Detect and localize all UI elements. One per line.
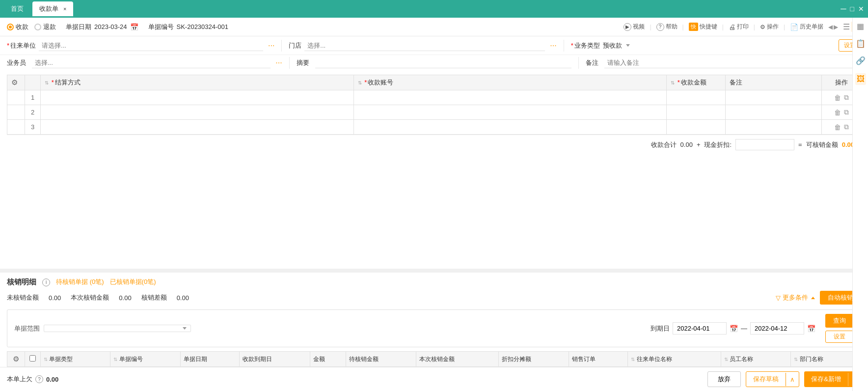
main-area: 收款 退款 单据日期 2023-03-24 📅 单据编号 SK-20230324… xyxy=(0,18,868,391)
section-divider xyxy=(0,269,868,273)
form-row-1: 往来单位 ··· 门店 ··· 业务类型 预收款 设置 xyxy=(0,36,868,55)
cal-start-icon[interactable]: 📅 xyxy=(730,325,738,333)
close-icon[interactable]: ✕ xyxy=(858,5,864,13)
search-row: 单据范围 到期日 📅 — 📅 查询 设置 xyxy=(7,309,861,347)
receive-table: ⚙ ⇅ 结算方式 ⇅ 收款账号 ⇅ 收款金额 xyxy=(7,75,861,135)
store-input[interactable] xyxy=(304,40,545,51)
table-gear-icon[interactable]: ⚙ xyxy=(11,78,18,86)
td-settle-1[interactable] xyxy=(41,90,354,105)
remark-input[interactable] xyxy=(604,57,861,68)
delete-icon-1[interactable]: 🗑 xyxy=(834,94,841,102)
range-field: 单据范围 xyxy=(14,324,641,333)
minimize-icon[interactable]: ─ xyxy=(841,4,846,13)
delete-icon-3[interactable]: 🗑 xyxy=(834,123,841,131)
td-amount-2[interactable] xyxy=(667,105,726,120)
equals-sign: = xyxy=(798,141,802,148)
range-select[interactable] xyxy=(44,325,191,332)
bth-current: 本次核销金额 xyxy=(416,352,498,367)
staff-dots[interactable]: ··· xyxy=(275,58,282,67)
td-account-3[interactable] xyxy=(353,120,667,135)
delete-icon-2[interactable]: 🗑 xyxy=(834,109,841,116)
select-all-checkbox[interactable] xyxy=(29,355,36,362)
discard-button[interactable]: 放弃 xyxy=(707,371,741,387)
help-btn[interactable]: ? 帮助 xyxy=(656,23,678,31)
radio-refund[interactable]: 退款 xyxy=(34,23,56,31)
print-btn[interactable]: 🖨 打印 xyxy=(729,23,749,31)
video-btn[interactable]: ▶ 视频 xyxy=(624,23,645,31)
calendar-icon[interactable]: 📅 xyxy=(130,23,138,31)
td-account-2[interactable] xyxy=(353,105,667,120)
th-remark: 备注 xyxy=(726,75,822,90)
search-actions: 查询 设置 xyxy=(825,314,854,343)
radio-refund-circle xyxy=(34,24,41,30)
maximize-icon[interactable]: □ xyxy=(850,5,854,13)
td-account-1[interactable] xyxy=(353,90,667,105)
td-remark-1[interactable] xyxy=(726,90,822,105)
staff-label: 业务员 xyxy=(7,58,26,67)
td-remark-3[interactable] xyxy=(726,120,822,135)
due-date-end-input[interactable] xyxy=(750,322,804,335)
th-row-num xyxy=(25,75,41,90)
td-remark-2[interactable] xyxy=(726,105,822,120)
tab-close-icon[interactable]: × xyxy=(63,6,66,12)
benchmark-label: 本单上欠 xyxy=(7,375,32,384)
operate-btn[interactable]: ⚙ 操作 xyxy=(760,23,779,31)
pending-tab[interactable]: 待核销单据 (0笔) xyxy=(56,278,104,287)
radio-receive[interactable]: 收款 xyxy=(7,23,28,31)
nav-arrows[interactable]: ◀ ▶ xyxy=(828,24,838,30)
done-tab[interactable]: 已核销单据(0笔) xyxy=(110,278,156,287)
td-amount-3[interactable] xyxy=(667,120,726,135)
bsort5: ⇅ xyxy=(794,357,798,362)
save-draft-btn[interactable]: 保存草稿 ∧ xyxy=(746,371,799,387)
tab-home[interactable]: 首页 xyxy=(4,1,30,16)
td-settle-2[interactable] xyxy=(41,105,354,120)
bsort4: ⇅ xyxy=(724,357,728,362)
shortcut-btn[interactable]: 快 快捷键 xyxy=(689,23,717,31)
summary-input[interactable] xyxy=(315,57,572,68)
tab-active[interactable]: 收款单 × xyxy=(32,1,73,16)
cal-end-icon[interactable]: 📅 xyxy=(807,325,815,333)
bth-date: 单据日期 xyxy=(180,352,239,367)
store-dots[interactable]: ··· xyxy=(550,41,556,50)
sort-icon: ⇅ xyxy=(45,80,49,85)
copy-icon-1[interactable]: ⧉ xyxy=(844,93,849,102)
bth-gear: ⚙ xyxy=(7,352,25,367)
save-new-label[interactable]: 保存&新增 xyxy=(804,372,848,387)
sidebar-icon-2[interactable]: 📋 xyxy=(856,39,866,48)
due-date-start-input[interactable] xyxy=(673,322,727,335)
biz-type-arrow[interactable] xyxy=(626,44,630,47)
recon-settings-button[interactable]: 设置 xyxy=(825,331,854,343)
current-label: 本次核销金额 xyxy=(71,293,109,302)
remark-field: 备注 xyxy=(586,57,861,68)
benchmark-info-icon[interactable]: ? xyxy=(35,375,43,383)
table-section: ⚙ ⇅ 结算方式 ⇅ 收款账号 ⇅ 收款金额 xyxy=(0,71,868,269)
counterpart-input[interactable] xyxy=(39,40,263,51)
footer-left: 本单上欠 ? 0.00 xyxy=(7,375,58,384)
sidebar-icon-3[interactable]: 🔗 xyxy=(856,56,866,65)
history-btn[interactable]: 📄 历史单据 xyxy=(790,23,823,31)
sidebar-icon-1[interactable]: ▦ xyxy=(857,22,864,31)
td-gear2 xyxy=(7,105,25,120)
td-settle-3[interactable] xyxy=(41,120,354,135)
save-draft-arrow[interactable]: ∧ xyxy=(786,373,799,386)
copy-icon-2[interactable]: ⧉ xyxy=(844,108,849,116)
recon-info-icon[interactable]: i xyxy=(42,279,50,286)
staff-field: 业务员 ··· xyxy=(7,57,282,68)
total-label: 收款合计 xyxy=(651,140,677,149)
total-value: 0.00 xyxy=(680,141,693,148)
current-value: 0.00 xyxy=(119,294,131,302)
discount-input[interactable] xyxy=(735,139,794,150)
bottom-gear-icon[interactable]: ⚙ xyxy=(13,355,19,363)
save-draft-label[interactable]: 保存草稿 xyxy=(746,372,786,387)
td-amount-1[interactable] xyxy=(667,90,726,105)
staff-input[interactable] xyxy=(32,57,271,68)
counterpart-dots[interactable]: ··· xyxy=(268,41,274,50)
query-button[interactable]: 查询 xyxy=(825,314,854,328)
more-conditions-btn[interactable]: ▽ 更多条件 xyxy=(776,293,815,302)
bsort1: ⇅ xyxy=(44,357,48,362)
copy-icon-3[interactable]: ⧉ xyxy=(844,123,849,131)
unchecked-label: 未核销金额 xyxy=(7,293,39,302)
biz-type-label: 业务类型 xyxy=(571,41,600,50)
sidebar-icon-4[interactable]: 🖼 xyxy=(855,73,866,85)
radio-receive-circle xyxy=(7,24,14,30)
